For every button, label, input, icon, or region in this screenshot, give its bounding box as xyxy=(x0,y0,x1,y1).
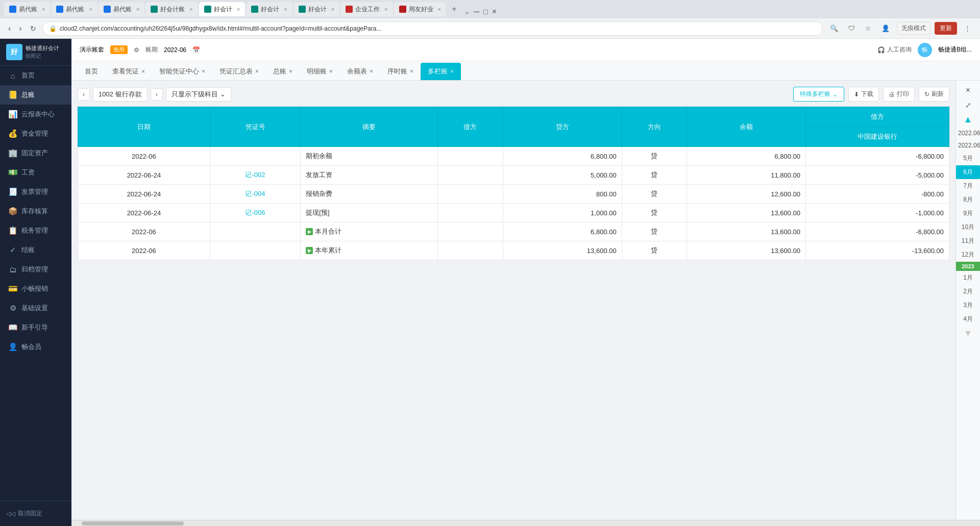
tab-journal[interactable]: 序时账 × xyxy=(380,63,421,80)
download-button[interactable]: ⬇ 下载 xyxy=(848,87,879,102)
tab-close-6[interactable]: × xyxy=(284,6,287,12)
month-feb[interactable]: 2月 xyxy=(956,285,980,298)
sidebar-item-home[interactable]: ⌂ 首页 xyxy=(0,66,71,85)
tab-close-4[interactable]: × xyxy=(189,6,192,12)
tab-close-5[interactable]: × xyxy=(237,6,240,12)
month-oct[interactable]: 10月 xyxy=(956,220,980,234)
sidebar-item-guide[interactable]: 📖 新手引导 xyxy=(0,318,71,337)
sub-filter-button[interactable]: 只显示下级科目 ⌄ xyxy=(166,87,231,102)
browser-tab-3[interactable]: 易代账 × xyxy=(99,2,144,16)
month-sep[interactable]: 9月 xyxy=(956,207,980,220)
tab-close-9[interactable]: × xyxy=(438,6,441,12)
period-2022-06-top[interactable]: 2022.06 xyxy=(956,127,980,139)
tab-general-ledger[interactable]: 总账 × xyxy=(266,63,300,80)
sidebar-item-funds[interactable]: 💰 资金管理 xyxy=(0,124,71,143)
consultant-button[interactable]: 🎧 人工咨询 xyxy=(877,45,912,54)
browser-tab-8[interactable]: 企业工作 × xyxy=(340,2,393,16)
tab-close-general-ledger[interactable]: × xyxy=(289,68,292,75)
sidebar-item-expense[interactable]: 💳 小畅报销 xyxy=(0,279,71,298)
tab-close-smart-voucher[interactable]: × xyxy=(202,68,205,75)
sidebar-item-ledger[interactable]: 📒 总账 xyxy=(0,85,71,105)
sidebar-item-member[interactable]: 👤 畅会员 xyxy=(0,337,71,357)
browser-tab-9[interactable]: 用友好业 × xyxy=(394,2,446,16)
tab-close-8[interactable]: × xyxy=(384,6,387,12)
scroll-down-button[interactable]: ▼ xyxy=(962,326,975,341)
new-tab-button[interactable]: + xyxy=(447,2,461,16)
next-account-button[interactable]: › xyxy=(151,88,163,101)
special-multicolumn-button[interactable]: 特殊多栏账 ⌄ xyxy=(793,87,844,102)
browser-tab-5[interactable]: 好会计 × xyxy=(199,2,245,16)
period-2022-06-2[interactable]: 2022.06 xyxy=(956,139,980,152)
tab-close-voucher-summary[interactable]: × xyxy=(255,68,259,75)
month-jan[interactable]: 1月 xyxy=(956,271,980,285)
tab-list-button[interactable]: ⌄ xyxy=(464,8,470,15)
browser-tab-2[interactable]: 易代账 × xyxy=(51,2,97,16)
month-dec[interactable]: 12月 xyxy=(956,248,980,262)
wuhen-button[interactable]: 无痕模式 xyxy=(897,22,930,35)
maximize-button[interactable]: □ xyxy=(483,8,487,16)
month-jun[interactable]: 6月 xyxy=(956,165,980,179)
bookmark-button[interactable]: ☆ xyxy=(862,24,874,32)
browser-tab-1[interactable]: 易代账 × xyxy=(4,2,50,16)
month-jul[interactable]: 7月 xyxy=(956,179,980,193)
update-button[interactable]: 更新 xyxy=(935,22,957,35)
tab-detail-ledger[interactable]: 明细账 × xyxy=(300,63,340,80)
voucher-link[interactable]: 记-004 xyxy=(245,190,265,197)
refresh-button[interactable]: ↻ 刷新 xyxy=(919,87,949,102)
scroll-up-button[interactable]: ▲ xyxy=(962,112,975,127)
back-button[interactable]: ‹ xyxy=(6,22,13,35)
browser-tab-7[interactable]: 好会计 × xyxy=(293,2,339,16)
voucher-link[interactable]: 记-002 xyxy=(245,171,265,179)
sidebar-item-close[interactable]: ✓ 结账 xyxy=(0,240,71,260)
month-apr[interactable]: 4月 xyxy=(956,312,980,326)
tab-multi-column[interactable]: 多栏账 × xyxy=(421,63,461,80)
url-bar[interactable]: 🔒 cloud2.chanjet.com/accounting/uh26t264… xyxy=(42,21,823,36)
month-nov[interactable]: 11月 xyxy=(956,234,980,248)
sidebar-item-invoice[interactable]: 🧾 发票管理 xyxy=(0,182,71,202)
cell-voucher[interactable]: 记-004 xyxy=(210,185,301,204)
print-button[interactable]: 🖨 打印 xyxy=(883,87,915,102)
tab-close-2[interactable]: × xyxy=(89,6,92,12)
sidebar-item-settings[interactable]: ⚙ 基础设置 xyxy=(0,298,71,318)
panel-expand-button[interactable]: ⤢ xyxy=(962,98,974,112)
tab-close-balance-sheet[interactable]: × xyxy=(370,68,373,75)
tab-close-multi-column[interactable]: × xyxy=(450,68,454,75)
unfix-button[interactable]: ◁◁ 取消固定 xyxy=(0,505,71,522)
calendar-icon[interactable]: 📅 xyxy=(192,46,200,54)
tab-voucher-summary[interactable]: 凭证汇总表 × xyxy=(212,63,266,80)
tab-close-detail-ledger[interactable]: × xyxy=(329,68,333,75)
tab-home[interactable]: 首页 xyxy=(78,63,105,80)
browser-tab-6[interactable]: 好会计 × xyxy=(246,2,292,16)
tab-close-3[interactable]: × xyxy=(136,6,139,12)
shield-button[interactable]: 🛡 xyxy=(845,24,858,32)
sidebar-item-inventory[interactable]: 📦 库存核算 xyxy=(0,202,71,221)
tab-close-view-voucher[interactable]: × xyxy=(141,68,145,75)
tab-close-7[interactable]: × xyxy=(331,6,334,12)
month-may[interactable]: 5月 xyxy=(956,152,980,165)
cell-voucher[interactable]: 记-002 xyxy=(210,166,301,185)
account-badge[interactable]: 免用 xyxy=(110,45,128,54)
profile-button[interactable]: 👤 xyxy=(878,24,893,32)
sidebar-item-tax[interactable]: 📋 税务管理 xyxy=(0,221,71,240)
month-aug[interactable]: 8月 xyxy=(956,193,980,207)
search-button[interactable]: 🔍 xyxy=(827,24,841,32)
month-mar[interactable]: 3月 xyxy=(956,298,980,312)
tab-close-1[interactable]: × xyxy=(42,6,45,12)
close-window-button[interactable]: × xyxy=(492,7,497,16)
panel-close-button[interactable]: × xyxy=(963,83,973,98)
tab-balance-sheet[interactable]: 余额表 × xyxy=(340,63,380,80)
prev-account-button[interactable]: ‹ xyxy=(78,88,90,101)
browser-tab-4[interactable]: 好会计账 × xyxy=(145,2,198,16)
cell-voucher[interactable]: 记-006 xyxy=(210,204,301,222)
tab-view-voucher[interactable]: 查看凭证 × xyxy=(105,63,152,80)
menu-button[interactable]: ⋮ xyxy=(961,24,974,32)
sidebar-item-salary[interactable]: 💵 工资 xyxy=(0,163,71,182)
scrollbar-thumb[interactable] xyxy=(82,521,184,525)
sidebar-item-assets[interactable]: 🏢 固定资产 xyxy=(0,143,71,163)
sidebar-item-reports[interactable]: 📊 云报表中心 xyxy=(0,105,71,124)
tab-close-journal[interactable]: × xyxy=(410,68,413,75)
horizontal-scrollbar[interactable] xyxy=(71,520,980,526)
voucher-link[interactable]: 记-006 xyxy=(245,209,265,216)
minimize-button[interactable]: ─ xyxy=(474,7,479,16)
forward-button[interactable]: › xyxy=(17,22,23,35)
